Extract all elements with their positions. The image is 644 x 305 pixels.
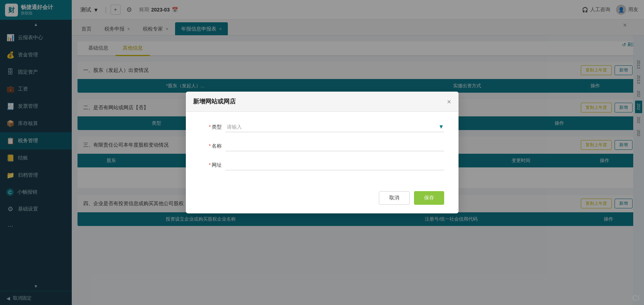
- modal-overlay[interactable]: 新增网站或网店 × *类型 请输入 ▼ *名称: [0, 0, 644, 305]
- url-label: *网址: [200, 162, 222, 168]
- add-website-dialog: 新增网站或网店 × *类型 请输入 ▼ *名称: [186, 92, 459, 213]
- form-row-url: *网址: [200, 160, 444, 170]
- name-input[interactable]: [225, 141, 444, 151]
- dialog-body: *类型 请输入 ▼ *名称 *网址: [186, 112, 459, 186]
- save-button[interactable]: 保存: [414, 191, 444, 205]
- type-label: *类型: [200, 124, 222, 130]
- type-select[interactable]: 请输入: [225, 122, 438, 132]
- form-row-name: *名称: [200, 141, 444, 151]
- required-asterisk-type: *: [209, 124, 211, 130]
- name-label: *名称: [200, 143, 222, 149]
- url-input[interactable]: [225, 160, 444, 170]
- dialog-title: 新增网站或网店: [193, 97, 236, 106]
- form-row-type: *类型 请输入 ▼: [200, 122, 444, 132]
- type-select-wrapper: 请输入 ▼: [225, 122, 444, 132]
- dialog-footer: 取消 保存: [186, 186, 459, 213]
- required-asterisk-name: *: [209, 143, 211, 149]
- select-arrow-icon: ▼: [438, 124, 444, 130]
- dialog-header: 新增网站或网店 ×: [186, 92, 459, 112]
- dialog-close-btn[interactable]: ×: [447, 98, 451, 105]
- cancel-button[interactable]: 取消: [379, 191, 410, 205]
- required-asterisk-url: *: [209, 162, 211, 168]
